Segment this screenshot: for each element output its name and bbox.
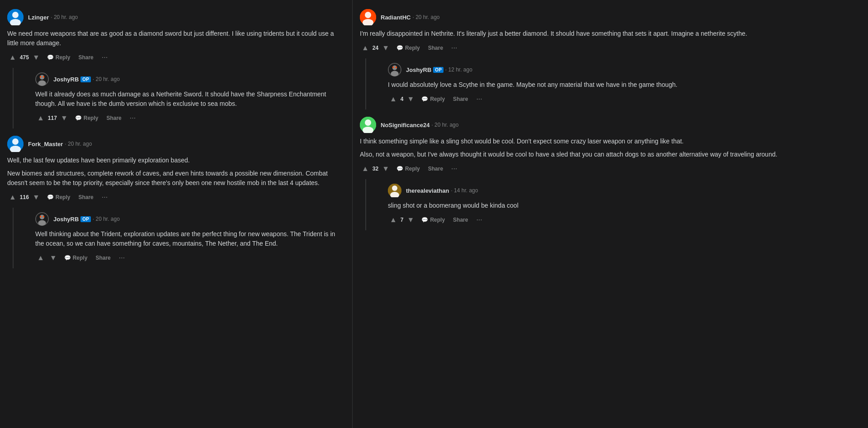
timestamp-fork-master: · 20 hr. ago <box>65 141 92 147</box>
timestamp-joshyrb1: · 20 hr. ago <box>93 76 120 82</box>
username-joshyrb2: JoshyRB <box>53 216 79 223</box>
actions-fork-master: ▲ 116 ▼ 💬 Reply Share ··· <box>7 191 345 203</box>
downvote-fork-master[interactable]: ▼ <box>31 191 42 203</box>
more-btn-joshyrb2[interactable]: ··· <box>116 252 127 264</box>
more-btn-lzinger[interactable]: ··· <box>99 52 110 63</box>
svg-point-6 <box>40 76 41 77</box>
reply-icon-joshyrb1: 💬 <box>75 115 82 121</box>
avatar-joshyrb1 <box>35 72 49 86</box>
vote-area-radiant: ▲ 24 ▼ <box>360 42 391 54</box>
timestamp-joshyrb3: · 12 hr. ago <box>445 67 472 73</box>
actions-joshyrb2: ▲ ▼ 💬 Reply Share ··· <box>35 252 345 264</box>
vote-count-fork-master: 116 <box>20 194 29 200</box>
comment-joshyrb1: JoshyRB OP · 20 hr. ago Well it already … <box>13 68 352 128</box>
reply-icon-radiant: 💬 <box>396 45 403 51</box>
share-btn-joshyrb3[interactable]: Share <box>450 94 471 104</box>
vote-area-joshyrb1: ▲ 117 ▼ <box>35 112 70 124</box>
username-radiant: RadiantHC <box>381 14 410 21</box>
reply-btn-joshyrb1[interactable]: 💬 Reply <box>72 113 101 123</box>
actions-nosig: ▲ 32 ▼ 💬 Reply Share ··· <box>360 163 861 175</box>
svg-point-25 <box>365 119 371 126</box>
comment-nosig: NoSignificance24 · 20 hr. ago I think so… <box>353 109 868 179</box>
vote-count-radiant: 24 <box>373 45 378 51</box>
reply-btn-fork-master[interactable]: 💬 Reply <box>44 192 73 202</box>
vote-area-thereale: ▲ 7 ▼ <box>388 214 416 226</box>
vote-area-joshyrb3: ▲ 4 ▼ <box>388 93 416 105</box>
more-btn-nosig[interactable]: ··· <box>448 163 460 175</box>
share-btn-joshyrb1[interactable]: Share <box>104 113 124 123</box>
upvote-lzinger[interactable]: ▲ <box>7 52 18 63</box>
upvote-nosig[interactable]: ▲ <box>360 163 371 175</box>
upvote-radiant[interactable]: ▲ <box>360 42 371 54</box>
comment-joshyrb3: JoshyRB OP · 12 hr. ago I would absolute… <box>365 58 868 109</box>
more-btn-joshyrb3[interactable]: ··· <box>473 93 485 105</box>
downvote-joshyrb3[interactable]: ▼ <box>406 93 416 105</box>
reply-icon-lzinger: 💬 <box>47 54 54 61</box>
share-btn-thereale[interactable]: Share <box>450 215 471 225</box>
body-joshyrb3: I would absolutely love a Scythe in the … <box>388 80 861 90</box>
downvote-joshyrb1[interactable]: ▼ <box>59 112 70 124</box>
share-btn-nosig[interactable]: Share <box>425 164 446 174</box>
svg-point-7 <box>43 76 44 77</box>
username-nosig: NoSignificance24 <box>381 122 429 128</box>
reply-btn-lzinger[interactable]: 💬 Reply <box>44 52 73 62</box>
timestamp-thereale: · 14 hr. ago <box>451 187 478 194</box>
comment-joshyrb2: JoshyRB OP · 20 hr. ago Well thinking ab… <box>13 208 352 268</box>
downvote-lzinger[interactable]: ▼ <box>31 52 42 63</box>
downvote-thereale[interactable]: ▼ <box>406 214 416 226</box>
reply-btn-joshyrb2[interactable]: 💬 Reply <box>61 253 90 263</box>
vote-area-nosig: ▲ 32 ▼ <box>360 163 391 175</box>
left-comment-column: Lzinger · 20 hr. ago We need more weapon… <box>0 0 353 428</box>
svg-point-9 <box>12 138 19 145</box>
avatar-radiant <box>360 9 376 25</box>
comment-lzinger: Lzinger · 20 hr. ago We need more weapon… <box>0 5 352 68</box>
body-fork-master: Well, the last few updates have been pri… <box>7 156 345 188</box>
downvote-radiant[interactable]: ▼ <box>380 42 391 54</box>
more-btn-joshyrb1[interactable]: ··· <box>127 112 138 124</box>
downvote-nosig[interactable]: ▼ <box>380 163 391 175</box>
timestamp-lzinger: · 20 hr. ago <box>51 14 78 20</box>
upvote-joshyrb1[interactable]: ▲ <box>35 112 46 124</box>
reply-icon-joshyrb3: 💬 <box>421 96 428 102</box>
svg-point-14 <box>40 216 41 217</box>
reply-btn-nosig[interactable]: 💬 Reply <box>394 164 423 174</box>
downvote-joshyrb2[interactable]: ▼ <box>48 252 59 264</box>
svg-point-5 <box>38 81 46 86</box>
vote-area-joshyrb2: ▲ ▼ <box>35 252 59 264</box>
avatar-lzinger <box>7 9 24 25</box>
body-thereale: sling shot or a boomerang would be kinda… <box>388 201 861 210</box>
reply-icon-fork-master: 💬 <box>47 194 54 200</box>
upvote-joshyrb2[interactable]: ▲ <box>35 252 46 264</box>
reply-btn-thereale[interactable]: 💬 Reply <box>419 215 448 225</box>
share-btn-radiant[interactable]: Share <box>425 43 446 53</box>
vote-count-lzinger: 475 <box>20 54 29 61</box>
avatar-joshyrb2 <box>35 212 49 226</box>
actions-thereale: ▲ 7 ▼ 💬 Reply Share ··· <box>388 214 861 226</box>
actions-joshyrb1: ▲ 117 ▼ 💬 Reply Share ··· <box>35 112 345 124</box>
upvote-thereale[interactable]: ▲ <box>388 214 399 226</box>
svg-point-13 <box>38 220 46 226</box>
more-btn-fork-master[interactable]: ··· <box>99 191 110 203</box>
username-lzinger: Lzinger <box>28 14 49 21</box>
more-btn-thereale[interactable]: ··· <box>473 214 485 226</box>
avatar-fork-master <box>7 136 24 152</box>
reply-btn-radiant[interactable]: 💬 Reply <box>394 43 423 53</box>
actions-radiant: ▲ 24 ▼ 💬 Reply Share ··· <box>360 42 861 54</box>
avatar-thereale <box>388 184 401 197</box>
body-joshyrb2: Well thinking about the Trident, explora… <box>35 229 345 248</box>
share-btn-lzinger[interactable]: Share <box>75 52 96 62</box>
svg-point-17 <box>365 12 371 18</box>
more-btn-radiant[interactable]: ··· <box>448 42 460 54</box>
upvote-fork-master[interactable]: ▲ <box>7 191 18 203</box>
share-btn-joshyrb2[interactable]: Share <box>93 253 113 263</box>
op-badge-joshyrb1: OP <box>80 76 90 82</box>
reply-btn-joshyrb3[interactable]: 💬 Reply <box>419 94 448 104</box>
vote-count-thereale: 7 <box>401 217 404 223</box>
vote-count-joshyrb1: 117 <box>48 115 57 121</box>
share-btn-fork-master[interactable]: Share <box>75 192 96 202</box>
op-badge-joshyrb3: OP <box>433 67 443 73</box>
upvote-joshyrb3[interactable]: ▲ <box>388 93 399 105</box>
username-joshyrb1: JoshyRB <box>53 76 79 83</box>
svg-point-15 <box>43 216 44 217</box>
svg-point-28 <box>392 185 397 191</box>
